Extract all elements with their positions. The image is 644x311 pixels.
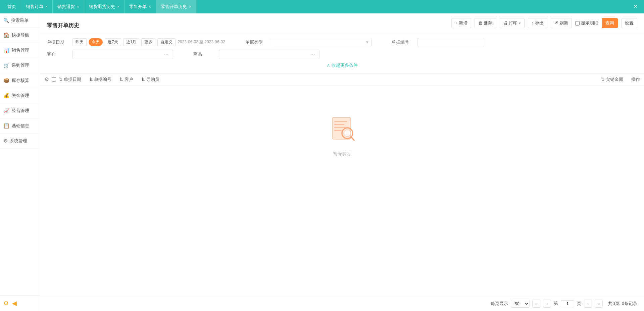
svg-point-6 (344, 130, 351, 137)
per-page-label: 每页显示 (491, 301, 508, 307)
col-customer-sort[interactable]: ⇅ 客户 (119, 76, 133, 83)
sidebar-footer: ⚙ ◀ (0, 295, 40, 311)
date-custom-button[interactable]: 自定义 (157, 38, 176, 46)
pagination: 每页显示 50 10 20 100 « ‹ 第 页 › » 共0页, 0条记录 (40, 296, 644, 311)
empty-text: 暂无数据 (333, 151, 352, 157)
table-toolbar: ⚙ ⇅ 单据日期 ⇅ 单据编号 ⇅ 客户 ⇅ 导购员 ⇅ 实销金额 (40, 73, 644, 86)
empty-state: 暂无数据 (40, 86, 644, 184)
svg-rect-3 (334, 127, 346, 128)
tab-sales-return-history[interactable]: 销货退货历史 × (84, 0, 125, 13)
display-detail-checkbox[interactable]: 显示明细 (575, 20, 598, 26)
close-retail-open-history-tab[interactable]: × (189, 4, 191, 9)
date-range-display: 2023-06-02 至 2023-06-02 (178, 39, 225, 45)
delete-button[interactable]: 🗑 删除 (475, 18, 496, 28)
date-last-month-button[interactable]: 近1月 (123, 38, 140, 46)
goods-filter-label: 商品 (193, 51, 212, 57)
tab-sales-order[interactable]: 销售订单 × (21, 0, 53, 13)
table-select-all-checkbox[interactable] (52, 77, 56, 82)
settings-button[interactable]: 设置 (621, 18, 637, 28)
tab-retail-open-history[interactable]: 零售开单历史 × (156, 0, 196, 13)
refresh-button[interactable]: ↺ 刷新 (551, 18, 572, 28)
window-close-button[interactable]: × (630, 3, 641, 10)
basic-info-icon: 📋 (3, 123, 10, 129)
collapse-filter-button[interactable]: ∧ 收起更多条件 (47, 62, 637, 68)
svg-line-7 (351, 137, 354, 140)
col-date-sort[interactable]: ⇅ 单据日期 (59, 76, 81, 83)
filter-row-1: 单据日期 昨天 今天 近7天 近1月 更多 自定义 2023-06-02 至 2… (47, 38, 637, 46)
sidebar: 🔍 搜索采单 🏠 快捷导航 📊 销售管理 🛒 采购管理 📦 库存核算 💰 资金管… (0, 13, 40, 311)
customer-filter-input[interactable] (76, 52, 163, 57)
table-settings-gear-icon[interactable]: ⚙ (44, 76, 49, 83)
date-filter: 昨天 今天 近7天 近1月 更多 自定义 2023-06-02 至 2023-0… (72, 38, 225, 46)
sidebar-item-sales[interactable]: 📊 销售管理 (0, 43, 40, 58)
col-action: 操作 (631, 76, 640, 83)
close-sales-return-history-tab[interactable]: × (117, 4, 119, 9)
tab-home[interactable]: 首页 (3, 0, 21, 13)
print-button[interactable]: 🖨 打印 ▾ (500, 18, 525, 28)
search-icon: 🔍 (3, 18, 9, 23)
tab-retail-open[interactable]: 零售开单 × (125, 0, 156, 13)
date-last7-button[interactable]: 近7天 (105, 38, 121, 46)
col-number-sort[interactable]: ⇅ 单据编号 (89, 76, 112, 83)
date-filter-label: 单据日期 (47, 39, 66, 45)
sidebar-item-system[interactable]: ⚙ 系统管理 (0, 134, 40, 149)
customer-filter-dots[interactable]: ··· (164, 51, 168, 57)
page-number-input[interactable] (561, 300, 574, 307)
close-sales-return-tab[interactable]: × (77, 4, 79, 9)
close-sales-order-tab[interactable]: × (45, 4, 48, 9)
empty-illustration (326, 112, 359, 146)
purchase-icon: 🛒 (3, 62, 10, 68)
display-detail-input[interactable] (575, 21, 580, 25)
sidebar-search[interactable]: 🔍 搜索采单 (0, 13, 40, 28)
home-icon: 🏠 (3, 32, 10, 38)
sidebar-item-quick-nav[interactable]: 🏠 快捷导航 (0, 28, 40, 43)
sidebar-item-operations[interactable]: 📈 经营管理 (0, 103, 40, 118)
total-info: 共0页, 0条记录 (608, 301, 637, 307)
filter-row-2: 客户 ··· 商品 ··· (47, 50, 637, 59)
svg-rect-1 (334, 121, 347, 122)
system-icon: ⚙ (3, 138, 8, 144)
print-dropdown-icon: ▾ (519, 21, 521, 25)
type-filter-select[interactable]: ▾ (271, 38, 371, 46)
date-today-button[interactable]: 今天 (89, 38, 103, 46)
export-button[interactable]: ↑ 导出 (528, 18, 547, 28)
page-title: 零售开单历史 (47, 22, 451, 29)
prev-page-button[interactable]: ‹ (543, 300, 551, 308)
customer-filter-label: 客户 (47, 51, 66, 57)
sidebar-item-purchase[interactable]: 🛒 采购管理 (0, 58, 40, 73)
table-area: ⚙ ⇅ 单据日期 ⇅ 单据编号 ⇅ 客户 ⇅ 导购员 ⇅ 实销金额 (40, 73, 644, 296)
inventory-icon: 📦 (3, 77, 10, 84)
page-header: 零售开单历史 + 新增 🗑 删除 🖨 打印 ▾ ↑ 导出 ↺ 刷新 (40, 13, 644, 33)
page-suffix: 页 (577, 301, 581, 307)
first-page-button[interactable]: « (532, 300, 540, 308)
sidebar-item-basic-info[interactable]: 📋 基础信息 (0, 118, 40, 134)
last-page-button[interactable]: » (595, 300, 603, 308)
main-layout: 🔍 搜索采单 🏠 快捷导航 📊 销售管理 🛒 采购管理 📦 库存核算 💰 资金管… (0, 13, 644, 311)
svg-rect-4 (334, 130, 342, 131)
sidebar-item-inventory[interactable]: 📦 库存核算 (0, 73, 40, 88)
filter-area: 单据日期 昨天 今天 近7天 近1月 更多 自定义 2023-06-02 至 2… (40, 33, 644, 73)
tab-sales-return[interactable]: 销货退货 × (53, 0, 84, 13)
close-retail-open-tab[interactable]: × (149, 4, 151, 9)
goods-filter-dots[interactable]: ··· (310, 51, 315, 57)
number-filter-input[interactable] (417, 38, 484, 46)
page-label: 第 (554, 301, 558, 307)
finance-icon: 💰 (3, 93, 10, 99)
per-page-select[interactable]: 50 10 20 100 (511, 300, 530, 308)
query-button[interactable]: 查询 (602, 18, 618, 28)
next-page-button[interactable]: › (584, 300, 592, 308)
settings-gear-icon[interactable]: ⚙ (3, 300, 9, 307)
date-more-button[interactable]: 更多 (141, 38, 155, 46)
type-select-chevron-icon: ▾ (366, 40, 368, 45)
col-amount-sort[interactable]: ⇅ 实销金额 (601, 76, 623, 83)
goods-filter-input[interactable] (222, 52, 309, 57)
operations-icon: 📈 (3, 108, 10, 114)
col-guide-sort[interactable]: ⇅ 导购员 (141, 76, 159, 83)
sidebar-collapse-icon[interactable]: ◀ (12, 300, 17, 307)
top-tabbar: 首页 销售订单 × 销货退货 × 销货退货历史 × 零售开单 × 零售开单历史 … (0, 0, 644, 13)
add-button[interactable]: + 新增 (451, 18, 471, 28)
type-filter-label: 单据类型 (245, 39, 264, 45)
sidebar-item-finance[interactable]: 💰 资金管理 (0, 88, 40, 103)
date-yesterday-button[interactable]: 昨天 (72, 38, 87, 46)
toolbar: + 新增 🗑 删除 🖨 打印 ▾ ↑ 导出 ↺ 刷新 显示明细 (451, 18, 637, 33)
